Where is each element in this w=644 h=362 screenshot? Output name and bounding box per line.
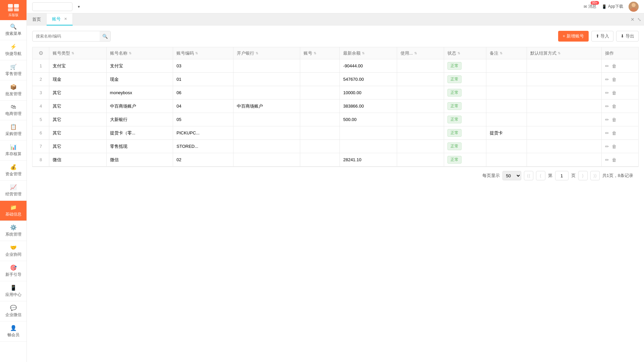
sidebar-item-newbie-guide[interactable]: 🎯 新手引导 (0, 261, 26, 281)
delete-button[interactable]: 🗑 (612, 157, 616, 163)
sidebar-item-operations-mgmt[interactable]: 📈 经营管理 (0, 181, 26, 201)
delete-button[interactable]: 🗑 (612, 90, 616, 96)
delete-button[interactable]: 🗑 (612, 104, 616, 109)
edit-button[interactable]: ✏ (605, 130, 609, 136)
sort-bank-icon[interactable]: ⇅ (256, 51, 258, 55)
cell-balance: 547670.00 (340, 73, 397, 86)
edit-button[interactable]: ✏ (605, 90, 609, 96)
status-badge: 正常 (447, 102, 462, 110)
notification-badge: 99+ (591, 1, 599, 5)
search-input[interactable] (33, 34, 100, 39)
sidebar-item-app-center[interactable]: 📱 应用中心 (0, 281, 26, 301)
status-badge: 正常 (447, 129, 462, 137)
sidebar-item-enterprise-wechat[interactable]: 💬 企业微信 (0, 301, 26, 321)
table-row: 4 其它 中百商场账户 04 中百商场账户 383866.00 正常 ✏ 🗑 (33, 100, 639, 113)
last-page-button[interactable]: ⟩⟩ (590, 171, 600, 180)
sort-status-icon[interactable]: ⇅ (458, 51, 460, 55)
search-button[interactable]: 🔍 (100, 31, 110, 42)
app-download-button[interactable]: 📱 App下载 (602, 4, 623, 9)
cell-name: 提货卡（零... (106, 126, 173, 140)
cell-code: PICKUPC... (173, 126, 233, 140)
cell-usage (397, 73, 444, 86)
sidebar-item-retail-mgmt-label: 零售管理 (5, 71, 21, 77)
tab-close-icon[interactable]: ✕ (64, 17, 67, 21)
export-button[interactable]: ⬇ 导出 (616, 31, 639, 42)
sidebar-item-retail-mgmt[interactable]: 🛒 零售管理 (0, 60, 26, 80)
delete-button[interactable]: 🗑 (612, 63, 616, 69)
cell-name: moneybosx (106, 86, 173, 100)
sort-remark-icon[interactable]: ⇅ (500, 51, 502, 55)
cell-status: 正常 (444, 113, 486, 126)
sidebar-item-ecommerce-mgmt[interactable]: 🛍 电商管理 (0, 101, 26, 120)
th-type-label: 账号类型 (53, 50, 70, 56)
delete-button[interactable]: 🗑 (612, 117, 616, 122)
edit-button[interactable]: ✏ (605, 157, 609, 163)
wholesale-mgmt-icon: 📦 (10, 84, 17, 90)
tab-expand-icon[interactable]: ⤡ (637, 17, 641, 22)
sort-code-icon[interactable]: ⇅ (195, 51, 198, 55)
status-badge: 正常 (447, 75, 462, 83)
cell-name: 零售抵现 (106, 140, 173, 153)
cell-usage (397, 140, 444, 153)
notification-button[interactable]: ✉ 消息 99+ (584, 4, 596, 9)
delete-button[interactable]: 🗑 (612, 144, 616, 149)
sidebar-item-basic-info[interactable]: 📁 基础信息 (0, 201, 26, 221)
tab-close-all-icon[interactable]: ✕ (631, 17, 635, 22)
sidebar-item-purchase-mgmt[interactable]: 📋 采购管理 (0, 120, 26, 140)
sidebar-item-search-menu-label: 搜索菜单 (5, 31, 21, 37)
sort-default-settlement-icon[interactable]: ⇅ (558, 51, 560, 55)
cell-default-settlement (527, 86, 601, 100)
page-number-input[interactable] (555, 171, 569, 180)
svg-rect-3 (14, 8, 18, 11)
import-label: ⬆ 导入 (596, 33, 609, 39)
tab-home[interactable]: 首页 (27, 13, 47, 25)
prev-page-button[interactable]: ⟨ (536, 171, 545, 180)
sort-usage-icon[interactable]: ⇅ (414, 51, 417, 55)
edit-button[interactable]: ✏ (605, 144, 609, 149)
sidebar-item-membership[interactable]: 👤 畅会员 (0, 321, 26, 342)
edit-button[interactable]: ✏ (605, 77, 609, 82)
toolbar-right: + 新增账号 ⬆ 导入 ⬇ 导出 (558, 31, 639, 42)
page-size-select[interactable]: 50 100 200 (502, 171, 521, 180)
user-avatar[interactable] (629, 2, 639, 12)
cell-code: 05 (173, 113, 233, 126)
add-account-button[interactable]: + 新增账号 (558, 31, 589, 42)
header-dropdown[interactable]: ▾ (76, 4, 80, 9)
delete-button[interactable]: 🗑 (612, 77, 616, 82)
cell-action: ✏ 🗑 (601, 113, 638, 126)
sidebar-item-wholesale-mgmt[interactable]: 📦 批发管理 (0, 80, 26, 101)
delete-button[interactable]: 🗑 (612, 130, 616, 136)
sort-balance-icon[interactable]: ⇅ (362, 51, 365, 55)
sidebar-item-enterprise-protocol[interactable]: 🤝 企业协同 (0, 241, 26, 261)
sort-type-icon[interactable]: ⇅ (71, 51, 74, 55)
edit-button[interactable]: ✏ (605, 63, 609, 69)
svg-rect-2 (8, 8, 12, 11)
sidebar-item-quick-nav[interactable]: ⚡ 快捷导航 (0, 40, 26, 60)
status-badge: 正常 (447, 116, 462, 123)
operations-mgmt-icon: 📈 (10, 184, 17, 190)
action-buttons: ✏ 🗑 (605, 104, 635, 109)
tab-account[interactable]: 账号 ✕ (47, 13, 73, 25)
settings-icon[interactable]: ⚙ (39, 50, 43, 56)
th-remark: 备注 ⇅ (486, 47, 527, 59)
cell-balance: 10000.00 (340, 86, 397, 100)
next-page-button[interactable]: ⟩ (578, 171, 588, 180)
sidebar-item-inventory-label: 库存核算 (5, 151, 21, 157)
inventory-icon: 📊 (10, 144, 17, 150)
sort-account-icon[interactable]: ⇅ (314, 51, 316, 55)
sidebar-item-search-menu[interactable]: 🔍 搜索菜单 (0, 20, 26, 40)
chevron-down-icon: ▾ (78, 4, 80, 9)
sidebar-item-capital-mgmt[interactable]: 💰 资金管理 (0, 161, 26, 181)
import-button[interactable]: ⬆ 导入 (591, 31, 614, 42)
sidebar-item-system-mgmt[interactable]: ⚙️ 系统管理 (0, 221, 26, 241)
search-menu-icon: 🔍 (10, 23, 17, 30)
first-page-button[interactable]: ⟨⟨ (524, 171, 533, 180)
header-search-input[interactable] (32, 2, 72, 11)
edit-button[interactable]: ✏ (605, 104, 609, 109)
cell-account (300, 140, 339, 153)
status-badge: 正常 (447, 89, 462, 97)
sidebar-item-inventory[interactable]: 📊 库存核算 (0, 140, 26, 161)
edit-button[interactable]: ✏ (605, 117, 609, 122)
sort-name-icon[interactable]: ⇅ (129, 51, 131, 55)
header-right: ✉ 消息 99+ 📱 App下载 (584, 2, 639, 12)
